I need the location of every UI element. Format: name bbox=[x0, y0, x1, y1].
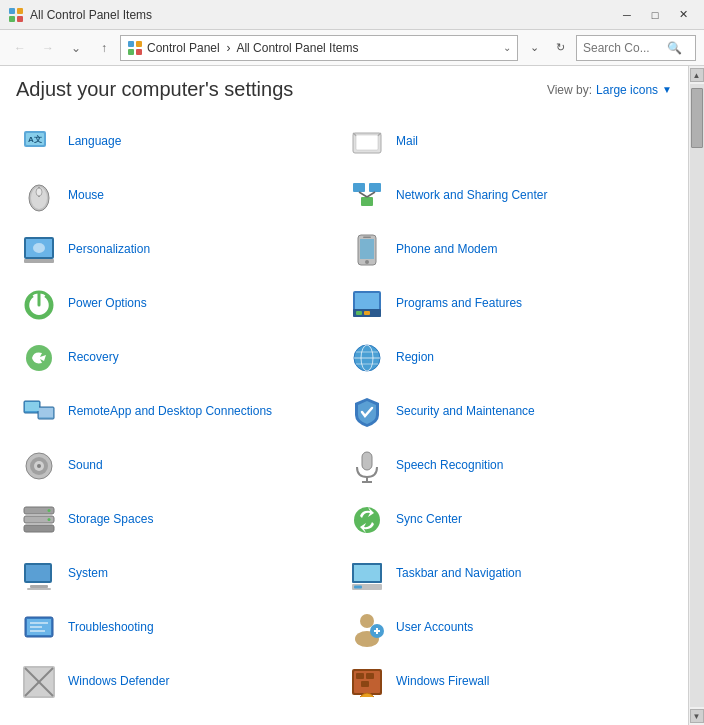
item-label-troubleshoot: Troubleshooting bbox=[68, 620, 154, 636]
remoteapp-icon bbox=[20, 393, 58, 431]
item-firewall[interactable]: Windows Firewall bbox=[344, 655, 672, 709]
item-region[interactable]: Region bbox=[344, 331, 672, 385]
item-network[interactable]: Network and Sharing Center bbox=[344, 169, 672, 223]
item-programs[interactable]: Programs and Features bbox=[344, 277, 672, 331]
window-title: All Control Panel Items bbox=[30, 8, 152, 22]
minimize-button[interactable]: ─ bbox=[614, 4, 640, 26]
sound-icon bbox=[20, 447, 58, 485]
search-box[interactable]: 🔍 bbox=[576, 35, 696, 61]
svg-point-49 bbox=[37, 464, 41, 468]
item-label-taskbar: Taskbar and Navigation bbox=[396, 566, 521, 582]
item-taskbar[interactable]: Taskbar and Navigation bbox=[344, 547, 672, 601]
item-language[interactable]: A文 Language bbox=[16, 115, 344, 169]
item-troubleshoot[interactable]: Troubleshooting bbox=[16, 601, 344, 655]
svg-point-72 bbox=[360, 614, 374, 628]
item-personalization[interactable]: Personalization bbox=[16, 223, 344, 277]
svg-rect-25 bbox=[24, 259, 54, 263]
item-workfolders[interactable]: Work Folders bbox=[344, 709, 672, 725]
item-power[interactable]: Power Options bbox=[16, 277, 344, 331]
view-by-arrow-icon[interactable]: ▼ bbox=[662, 84, 672, 95]
svg-text:A文: A文 bbox=[28, 134, 42, 144]
search-input[interactable] bbox=[583, 41, 663, 55]
svg-rect-29 bbox=[363, 237, 371, 239]
breadcrumb: Control Panel › All Control Panel Items bbox=[147, 41, 499, 55]
view-by-value[interactable]: Large icons bbox=[596, 83, 658, 97]
dropdown-button[interactable]: ⌄ bbox=[64, 36, 88, 60]
item-sync[interactable]: Sync Center bbox=[344, 493, 672, 547]
back-button[interactable]: ← bbox=[8, 36, 32, 60]
scroll-track bbox=[690, 84, 704, 707]
close-button[interactable]: ✕ bbox=[670, 4, 696, 26]
svg-rect-4 bbox=[128, 41, 134, 47]
svg-rect-12 bbox=[356, 135, 378, 150]
item-label-system: System bbox=[68, 566, 108, 582]
item-storage[interactable]: Storage Spaces bbox=[16, 493, 344, 547]
network-icon bbox=[348, 177, 386, 215]
programs-icon bbox=[348, 285, 386, 323]
item-label-security: Security and Maintenance bbox=[396, 404, 535, 420]
item-label-useraccount: User Accounts bbox=[396, 620, 473, 636]
svg-line-20 bbox=[359, 192, 367, 197]
svg-rect-44 bbox=[25, 402, 39, 411]
svg-rect-83 bbox=[356, 673, 364, 679]
svg-rect-3 bbox=[17, 16, 23, 22]
title-bar: All Control Panel Items ─ □ ✕ bbox=[0, 0, 704, 30]
item-mouse[interactable]: Mouse bbox=[16, 169, 344, 223]
item-label-language: Language bbox=[68, 134, 121, 150]
item-security[interactable]: Security and Maintenance bbox=[344, 385, 672, 439]
svg-rect-62 bbox=[27, 588, 51, 590]
item-sound[interactable]: Sound bbox=[16, 439, 344, 493]
item-phone-modem[interactable]: Phone and Modem bbox=[344, 223, 672, 277]
window-controls: ─ □ ✕ bbox=[614, 4, 696, 26]
storage-icon bbox=[20, 501, 58, 539]
item-label-mouse: Mouse bbox=[68, 188, 104, 204]
svg-rect-85 bbox=[361, 681, 369, 687]
address-dropdown-button[interactable]: ⌄ bbox=[522, 35, 546, 61]
view-by: View by: Large icons ▼ bbox=[547, 83, 672, 97]
refresh-button[interactable]: ↻ bbox=[548, 35, 572, 61]
item-recovery[interactable]: Recovery bbox=[16, 331, 344, 385]
content-area: Adjust your computer's settings View by:… bbox=[0, 66, 688, 725]
controlpanel-icon bbox=[127, 40, 143, 56]
svg-rect-32 bbox=[355, 293, 379, 309]
item-label-phone-modem: Phone and Modem bbox=[396, 242, 497, 258]
item-useraccount[interactable]: User Accounts bbox=[344, 601, 672, 655]
svg-rect-50 bbox=[362, 452, 372, 470]
scroll-up-button[interactable]: ▲ bbox=[690, 68, 704, 82]
phone-icon bbox=[348, 231, 386, 269]
item-system[interactable]: System bbox=[16, 547, 344, 601]
address-controls: ⌄ ↻ bbox=[522, 35, 572, 61]
forward-button[interactable]: → bbox=[36, 36, 60, 60]
breadcrumb-arrow: ⌄ bbox=[503, 42, 511, 53]
item-label-speech: Speech Recognition bbox=[396, 458, 503, 474]
mobility-icon bbox=[20, 717, 58, 725]
items-grid: A文 Language Mail Mouse Network and Shari… bbox=[16, 115, 672, 725]
item-remoteapp[interactable]: RemoteApp and Desktop Connections bbox=[16, 385, 344, 439]
item-mobility[interactable]: Windows Mobility Center bbox=[16, 709, 344, 725]
svg-rect-0 bbox=[9, 8, 15, 14]
item-label-personalization: Personalization bbox=[68, 242, 150, 258]
defender-icon bbox=[20, 663, 58, 701]
maximize-button[interactable]: □ bbox=[642, 4, 668, 26]
item-label-sync: Sync Center bbox=[396, 512, 462, 528]
recovery-icon bbox=[20, 339, 58, 377]
scrollbar[interactable]: ▲ ▼ bbox=[688, 66, 704, 725]
svg-rect-6 bbox=[128, 49, 134, 55]
svg-rect-34 bbox=[356, 311, 362, 315]
item-label-mail: Mail bbox=[396, 134, 418, 150]
language-icon: A文 bbox=[20, 123, 58, 161]
scroll-thumb[interactable] bbox=[691, 88, 703, 148]
svg-rect-45 bbox=[39, 408, 53, 417]
item-mail[interactable]: Mail bbox=[344, 115, 672, 169]
up-button[interactable]: ↑ bbox=[92, 36, 116, 60]
svg-rect-64 bbox=[354, 565, 380, 581]
region-icon bbox=[348, 339, 386, 377]
item-speech[interactable]: Speech Recognition bbox=[344, 439, 672, 493]
item-label-region: Region bbox=[396, 350, 434, 366]
workfolders-icon bbox=[348, 717, 386, 725]
item-label-firewall: Windows Firewall bbox=[396, 674, 489, 690]
address-input[interactable]: Control Panel › All Control Panel Items … bbox=[120, 35, 518, 61]
scroll-down-button[interactable]: ▼ bbox=[690, 709, 704, 723]
item-defender[interactable]: Windows Defender bbox=[16, 655, 344, 709]
item-label-programs: Programs and Features bbox=[396, 296, 522, 312]
